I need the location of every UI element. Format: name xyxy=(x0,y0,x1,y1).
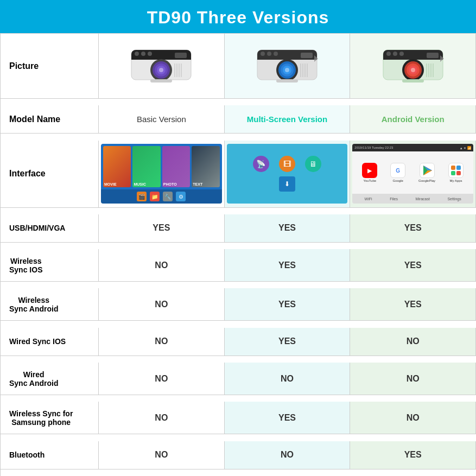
picture-multi-cell xyxy=(225,34,351,99)
wireless-samsung-android-value: NO xyxy=(350,402,476,434)
android-nav-3: Miracast xyxy=(415,197,429,201)
myapps-label: My Apps xyxy=(450,179,462,182)
android-nav-1: WiFi xyxy=(365,197,372,201)
wireless-android-row-label: Wireless Sync Android xyxy=(1,288,99,321)
model-multi-cell: Multi-Screen Version xyxy=(225,105,351,134)
interface-basic-cell: MOVIE MUSIC PHOTO TEXT 🎬 📁 🔧 ⚙ xyxy=(99,141,225,208)
wireless-samsung-row-label: Wireless Sync for Samsung phone xyxy=(1,402,99,434)
android-top-bar: 2019/11/19 Tuesday 22:23 ▲ ✦ 📶 xyxy=(352,144,473,151)
multi-icon-cast: 📡 xyxy=(253,156,269,172)
svg-rect-58 xyxy=(456,166,461,170)
svg-point-7 xyxy=(159,68,163,72)
picture-android-cell xyxy=(350,34,476,99)
svg-rect-59 xyxy=(451,171,455,175)
bluetooth-row-label: Bluetooth xyxy=(1,441,99,469)
btn-red-icon: 📁 xyxy=(150,192,160,201)
android-nav-2: Files xyxy=(390,197,398,201)
model-android-cell: Android Version xyxy=(350,105,476,134)
youtube-icon: ▶ xyxy=(362,163,377,178)
svg-point-26 xyxy=(267,52,271,56)
interface-multi-cell: 📡 🎞 🖥 ⬇ xyxy=(225,141,351,208)
myapps-icon xyxy=(448,163,464,178)
picture-basic-cell xyxy=(99,34,225,99)
wired-android-row-label: Wired Sync Android xyxy=(1,363,99,395)
bluetooth-basic-value: NO xyxy=(99,441,225,469)
svg-point-42 xyxy=(411,68,415,72)
android-bottom-bar: WiFi Files Miracast Settings xyxy=(352,194,473,204)
btn-blue-icon: ⚙ xyxy=(176,192,186,201)
model-basic-cell: Basic Version xyxy=(99,105,225,134)
interface-row-label: Interface xyxy=(1,141,99,208)
wired-ios-android-value: NO xyxy=(350,328,476,356)
android-app-youtube: ▶ YouTube xyxy=(362,163,377,182)
projector-basic-svg xyxy=(126,39,196,93)
interface-android-img: 2019/11/19 Tuesday 22:23 ▲ ✦ 📶 ▶ YouTube… xyxy=(352,144,473,204)
wireless-ios-basic-value: NO xyxy=(99,249,225,282)
interface-basic-top: MOVIE MUSIC PHOTO TEXT xyxy=(101,144,222,189)
interface-android-cell: 2019/11/19 Tuesday 22:23 ▲ ✦ 📶 ▶ YouTube… xyxy=(350,141,476,208)
wireless-android-basic-value: NO xyxy=(99,288,225,321)
thumb-photo: PHOTO xyxy=(162,146,190,187)
model-name-row-label: Model Name xyxy=(1,105,99,134)
svg-rect-28 xyxy=(301,53,313,58)
wired-ios-basic-value: NO xyxy=(99,328,225,356)
svg-rect-11 xyxy=(175,53,187,58)
gplay-label: GooglePlay xyxy=(418,179,435,182)
btn-orange-icon: 🎬 xyxy=(137,192,147,201)
wireless-android-android-value: YES xyxy=(350,288,476,321)
android-app-myapps: My Apps xyxy=(448,163,464,182)
svg-rect-57 xyxy=(451,166,455,170)
youtube-label: YouTube xyxy=(363,179,376,182)
svg-point-43 xyxy=(386,52,391,56)
bluetooth-android-value: YES xyxy=(350,441,476,469)
thumb-text: TEXT xyxy=(192,146,219,187)
wireless-samsung-basic-value: NO xyxy=(99,402,225,434)
svg-point-8 xyxy=(135,52,139,56)
model-multi-label: Multi-Screen Version xyxy=(247,115,327,124)
page-title: TD90 Three Versions xyxy=(0,8,476,28)
svg-point-25 xyxy=(261,52,265,56)
model-basic-label: Basic Version xyxy=(137,115,186,124)
wireless-android-multi-value: YES xyxy=(225,288,351,321)
google-label: Google xyxy=(393,179,403,182)
projector-multi-svg xyxy=(252,39,322,93)
interface-basic-img: MOVIE MUSIC PHOTO TEXT 🎬 📁 🔧 ⚙ xyxy=(101,144,222,204)
page-header: TD90 Three Versions xyxy=(0,0,476,33)
android-nav-4: Settings xyxy=(447,197,461,201)
svg-point-9 xyxy=(141,52,145,56)
wired-android-multi-value: NO xyxy=(225,363,351,395)
projector-android-svg xyxy=(378,39,448,93)
google-icon: G xyxy=(390,163,405,178)
svg-point-45 xyxy=(399,52,404,56)
wired-ios-multi-value: YES xyxy=(225,328,351,356)
svg-point-44 xyxy=(393,52,397,56)
page-wrapper: TD90 Three Versions Picture xyxy=(0,0,476,476)
android-app-gplay: GooglePlay xyxy=(418,163,435,182)
wireless-ios-multi-value: YES xyxy=(225,249,351,282)
android-date: 2019/11/19 Tuesday 22:23 xyxy=(354,146,393,149)
comparison-table: Picture xyxy=(0,33,476,476)
android-status: ▲ ✦ 📶 xyxy=(460,146,471,150)
usb-multi-value: YES xyxy=(225,214,351,243)
svg-point-10 xyxy=(148,52,152,56)
thumb-music: MUSIC xyxy=(132,146,160,187)
bluetooth-multi-value: NO xyxy=(225,441,351,469)
wired-android-android-value: NO xyxy=(350,363,476,395)
wired-android-basic-value: NO xyxy=(99,363,225,395)
usb-basic-value: YES xyxy=(99,214,225,243)
model-android-label: Android Version xyxy=(382,115,445,124)
svg-point-27 xyxy=(274,52,278,56)
wireless-ios-android-value: YES xyxy=(350,249,476,282)
wireless-samsung-multi-value: YES xyxy=(225,402,351,434)
svg-rect-60 xyxy=(456,171,461,175)
android-app-google: G Google xyxy=(390,163,405,182)
interface-multi-img: 📡 🎞 🖥 ⬇ xyxy=(227,144,348,204)
gplay-icon xyxy=(420,163,435,178)
thumb-movie: MOVIE xyxy=(103,146,131,187)
svg-rect-51 xyxy=(402,79,424,82)
svg-rect-33 xyxy=(276,79,298,82)
wired-ios-row-label: Wired Sync IOS xyxy=(1,328,99,356)
multi-icon-screen: 🎞 xyxy=(279,156,295,172)
svg-point-24 xyxy=(285,68,289,72)
btn-gray-icon: 🔧 xyxy=(163,192,173,201)
